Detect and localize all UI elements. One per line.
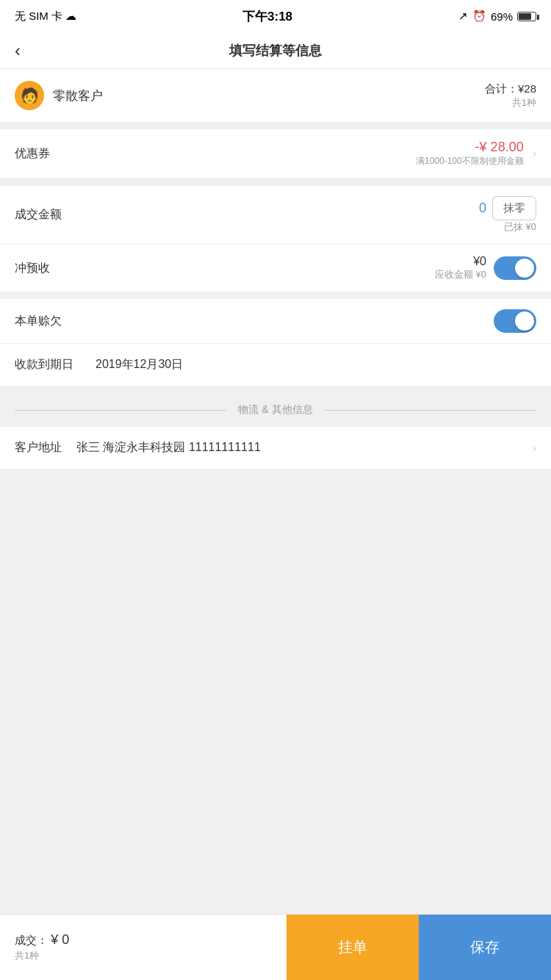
due-date-value: 2019年12月30日 bbox=[96, 357, 183, 372]
chevron-right-icon: › bbox=[533, 147, 536, 160]
coupon-label: 优惠券 bbox=[15, 146, 50, 162]
address-label: 客户地址 bbox=[15, 440, 62, 455]
prepayment-row: 冲预收 ¥0 应收金额 ¥0 bbox=[0, 245, 551, 292]
total-amount: 合计：¥28 bbox=[485, 82, 536, 96]
bottom-count: 共1种 bbox=[15, 949, 272, 962]
transaction-row: 成交金额 0 抹零 已抹 ¥0 bbox=[0, 186, 551, 245]
logistics-divider: 物流 & 其他信息 bbox=[0, 393, 551, 427]
alarm-icon: ⏰ bbox=[472, 10, 486, 23]
status-time: 下午3:18 bbox=[242, 8, 292, 25]
due-date-label: 收款到期日 bbox=[15, 357, 73, 372]
customer-summary: 合计：¥28 共1种 bbox=[485, 82, 536, 109]
roundoff-button[interactable]: 抹零 bbox=[492, 196, 536, 220]
customer-name: 零散客户 bbox=[53, 87, 103, 104]
coupon-right: -¥ 28.00 满1000-100不限制使用金额 › bbox=[416, 140, 536, 167]
prepayment-value-block: ¥0 应收金额 ¥0 bbox=[435, 255, 486, 281]
status-left: 无 SIM 卡 ☁ bbox=[15, 10, 76, 24]
coupon-value-block: -¥ 28.00 满1000-100不限制使用金额 bbox=[416, 140, 524, 167]
debt-toggle[interactable] bbox=[494, 309, 536, 333]
battery-label: 69% bbox=[491, 10, 513, 23]
address-value: 张三 海淀永丰科技园 11111111111 bbox=[76, 440, 528, 455]
divider-line-left bbox=[15, 410, 226, 411]
battery-icon bbox=[517, 12, 536, 21]
header: ‹ 填写结算等信息 bbox=[0, 32, 551, 69]
sim-wifi-label: 无 SIM 卡 ☁ bbox=[15, 10, 76, 24]
bottom-info: 成交： ¥ 0 共1种 bbox=[0, 932, 287, 962]
coupon-discount-amount: -¥ 28.00 bbox=[416, 140, 524, 155]
address-chevron-icon: › bbox=[533, 442, 536, 455]
coupon-row[interactable]: 优惠券 -¥ 28.00 满1000-100不限制使用金额 › bbox=[0, 129, 551, 179]
back-button[interactable]: ‹ bbox=[15, 40, 21, 61]
pending-button[interactable]: 挂单 bbox=[287, 915, 419, 981]
bottom-bar: 成交： ¥ 0 共1种 挂单 保存 bbox=[0, 914, 551, 980]
status-right: ↗ ⏰ 69% bbox=[458, 10, 536, 23]
transaction-value: 0 bbox=[479, 201, 486, 216]
transaction-right: 0 抹零 已抹 ¥0 bbox=[479, 196, 536, 234]
debt-row: 本单赊欠 bbox=[0, 299, 551, 344]
customer-left: 🧑 零散客户 bbox=[15, 81, 103, 110]
transaction-card: 成交金额 0 抹零 已抹 ¥0 冲预收 ¥0 应收金额 ¥0 bbox=[0, 186, 551, 292]
customer-card: 🧑 零散客户 合计：¥28 共1种 bbox=[0, 69, 551, 122]
transaction-main: 0 抹零 bbox=[479, 196, 536, 220]
transaction-label: 成交金额 bbox=[15, 207, 62, 223]
avatar: 🧑 bbox=[15, 81, 44, 110]
prepayment-toggle[interactable] bbox=[494, 256, 536, 280]
status-bar: 无 SIM 卡 ☁ 下午3:18 ↗ ⏰ 69% bbox=[0, 0, 551, 32]
debt-right bbox=[494, 309, 536, 333]
coupon-discount-desc: 满1000-100不限制使用金额 bbox=[416, 155, 524, 167]
due-date-row: 收款到期日 2019年12月30日 bbox=[0, 344, 551, 386]
debt-card: 本单赊欠 收款到期日 2019年12月30日 bbox=[0, 299, 551, 386]
prepayment-right: ¥0 应收金额 ¥0 bbox=[435, 255, 536, 281]
address-card[interactable]: 客户地址 张三 海淀永丰科技园 11111111111 › bbox=[0, 427, 551, 469]
coupon-card[interactable]: 优惠券 -¥ 28.00 满1000-100不限制使用金额 › bbox=[0, 129, 551, 179]
page-title: 填写结算等信息 bbox=[229, 42, 322, 60]
prepayment-label: 冲预收 bbox=[15, 261, 50, 276]
receivable-amount: 应收金额 ¥0 bbox=[435, 268, 486, 281]
deal-label: 成交： bbox=[15, 934, 48, 946]
already-rounded: 已抹 ¥0 bbox=[504, 220, 536, 234]
nav-icon: ↗ bbox=[458, 10, 468, 23]
debt-label: 本单赊欠 bbox=[15, 314, 62, 329]
deal-amount: ¥ 0 bbox=[51, 932, 69, 947]
avatar-icon: 🧑 bbox=[21, 87, 39, 104]
logistics-label: 物流 & 其他信息 bbox=[238, 403, 312, 417]
divider-line-right bbox=[325, 410, 536, 411]
bottom-deal-row: 成交： ¥ 0 bbox=[15, 932, 272, 948]
main-content: 🧑 零散客户 合计：¥28 共1种 优惠券 -¥ 28.00 满1000-100… bbox=[0, 69, 551, 557]
total-count: 共1种 bbox=[485, 96, 536, 109]
customer-row: 🧑 零散客户 合计：¥28 共1种 bbox=[0, 69, 551, 122]
prepayment-amount: ¥0 bbox=[435, 255, 486, 268]
transaction-value-block: 0 抹零 已抹 ¥0 bbox=[479, 196, 536, 234]
save-button[interactable]: 保存 bbox=[419, 915, 551, 981]
